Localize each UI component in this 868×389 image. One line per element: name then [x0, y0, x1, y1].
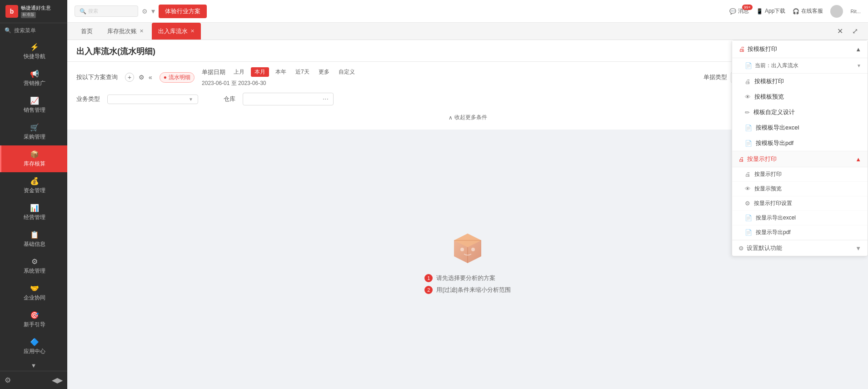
page-title: 出入库流水(流水明细) — [76, 46, 155, 57]
sidebar-item-basic[interactable]: 📋 基础信息 — [0, 226, 67, 253]
online-service-item[interactable]: 🎧 在线客服 — [793, 7, 823, 15]
date-tab-7days[interactable]: 近7天 — [293, 67, 312, 77]
panel-collapse-button[interactable]: ▲ — [855, 46, 861, 53]
date-label: 单据日期 — [202, 68, 225, 76]
date-filter-group: 单据日期 上月 本月 本年 近7天 更多 自定义 2023-06-01 至 20… — [202, 67, 358, 87]
panel-template-excel-item[interactable]: 📄 按模板导出excel — [732, 120, 868, 135]
topbar-search-icon: 🔍 — [80, 8, 86, 15]
empty-svg-icon — [445, 224, 490, 265]
empty-step-1: 1 请先选择要分析的方案 — [424, 274, 510, 282]
panel-template-preview-item[interactable]: 👁 按模板预览 — [732, 89, 868, 105]
warehouse-more-icon: ··· — [323, 95, 329, 103]
business-type-arrow-icon: ▼ — [189, 97, 193, 102]
warehouse-label: 仓库 — [224, 95, 235, 103]
display-preview-icon: 👁 — [745, 185, 751, 192]
display-section-title: 🖨 按显示打印 — [738, 155, 777, 163]
user-avatar[interactable] — [830, 5, 843, 18]
tab-bar-right: ✕ ⤢ — [834, 26, 861, 36]
sidebar-item-purchase[interactable]: 🛒 采购管理 — [0, 119, 67, 145]
marketing-icon: 📢 — [30, 70, 39, 78]
app-icon: 📱 — [756, 8, 763, 15]
filter-set-button[interactable]: ⚙ — [137, 73, 146, 82]
business-type-dropdown[interactable]: ▼ — [107, 95, 198, 104]
date-tab-this-year[interactable]: 本年 — [273, 67, 289, 77]
tab-close-all-button[interactable]: ✕ — [834, 26, 846, 36]
panel-template-pdf-item[interactable]: 📄 按模板导出pdf — [732, 135, 868, 151]
topbar-right: 💬 消息 99+ 📱 App下载 🎧 在线客服 Rit... — [729, 5, 861, 18]
svg-point-5 — [471, 248, 475, 251]
sidebar-item-system[interactable]: ⚙ 系统管理 — [0, 253, 67, 279]
display-settings-item[interactable]: ⚙ 按显示打印设置 — [732, 196, 868, 211]
topbar-gear-icon[interactable]: ⚙ — [142, 8, 148, 15]
template-icon: 📄 — [745, 62, 752, 69]
panel-title: 🖨 按模板打印 — [738, 45, 777, 53]
topbar: 🔍 搜索 ⚙ ▾ 体验行业方案 💬 消息 99+ 📱 App下载 🎧 在线客服 … — [67, 0, 868, 23]
display-excel-icon: 📄 — [745, 214, 752, 221]
sidebar-scroll-down[interactable]: ▼ — [0, 360, 67, 371]
panel-template-custom-item[interactable]: ✏ 模板自定义设计 — [732, 105, 868, 120]
sidebar-item-finance[interactable]: 💰 资金管理 — [0, 172, 67, 199]
tab-home[interactable]: 首页 — [75, 23, 99, 40]
display-excel-item[interactable]: 📄 按显示导出excel — [732, 211, 868, 225]
bottom-toggle-icon[interactable]: ◀▶ — [52, 376, 63, 384]
topbar-left: 🔍 搜索 ⚙ ▾ 体验行业方案 — [75, 5, 725, 18]
warehouse-dropdown[interactable]: ··· — [243, 93, 334, 105]
filter-add-button[interactable]: + — [125, 73, 134, 82]
content-area: 出入库流水(流水明细) 🖨 按模板打印 ▲ | ⬆ 导出 ↻ 刷新 — [67, 40, 868, 389]
sidebar-item-inventory[interactable]: 📦 库存核算 — [0, 145, 67, 172]
date-tab-last-month[interactable]: 上月 — [231, 67, 247, 77]
logo: b 畅捷通好生意 标准版 — [0, 0, 67, 23]
step-2-num: 2 — [424, 286, 433, 294]
step-1-num: 1 — [424, 274, 433, 282]
tab-expand-button[interactable]: ⤢ — [849, 26, 861, 36]
sidebar-item-sales[interactable]: 📈 销售管理 — [0, 92, 67, 119]
app-download-item[interactable]: 📱 App下载 — [756, 7, 785, 15]
filter-collapse-button[interactable]: « — [149, 74, 152, 81]
display-settings-icon: ⚙ — [745, 200, 750, 207]
bottom-settings-icon[interactable]: ⚙ — [5, 376, 11, 384]
tab-inventory-batch[interactable]: 库存批次账 ✕ — [101, 23, 150, 40]
message-icon: 💬 — [729, 8, 736, 15]
topbar-dropdown-icon[interactable]: ▾ — [151, 7, 155, 15]
date-tab-custom[interactable]: 自定义 — [336, 67, 358, 77]
svg-point-4 — [460, 248, 464, 251]
empty-illustration — [445, 224, 490, 267]
service-icon: 🎧 — [793, 8, 799, 15]
operations-icon: 📊 — [30, 204, 39, 212]
filter-tag-icon: ● — [164, 74, 167, 80]
display-section-header[interactable]: 🖨 按显示打印 ▲ — [732, 151, 868, 167]
sidebar-item-quick-nav[interactable]: ⚡ 快捷导航 — [0, 38, 67, 65]
sidebar-bottom: ⚙ ◀▶ — [0, 371, 67, 389]
panel-footer[interactable]: ⚙ 设置默认功能 ▼ — [732, 240, 868, 256]
sidebar-nav: ⚡ 快捷导航 📢 营销推广 📈 销售管理 🛒 采购管理 📦 库存核算 💰 资金管… — [0, 38, 67, 360]
sidebar-item-guide[interactable]: 🎯 新手引导 — [0, 306, 67, 333]
tab-stock-flow[interactable]: 出入库流水 ✕ — [152, 23, 201, 40]
topbar-search[interactable]: 🔍 搜索 — [75, 5, 138, 17]
sidebar-item-enterprise[interactable]: 🤝 企业协同 — [0, 279, 67, 306]
search-menu[interactable]: 🔍 搜索菜单 — [0, 23, 67, 38]
purchase-icon: 🛒 — [30, 123, 39, 132]
scroll-down-icon: ▼ — [31, 362, 37, 369]
display-preview-item[interactable]: 👁 按显示预览 — [732, 182, 868, 196]
filter-label: 按以下方案查询 — [76, 73, 118, 81]
app-center-icon: 🔷 — [30, 338, 39, 346]
date-filter-row: 单据日期 上月 本月 本年 近7天 更多 自定义 — [202, 67, 358, 77]
display-print-item[interactable]: 🖨 按显示打印 — [732, 167, 868, 182]
sidebar-item-app-center[interactable]: 🔷 应用中心 — [0, 333, 67, 360]
sidebar-item-operations[interactable]: 📊 经营管理 — [0, 199, 67, 226]
date-tab-more[interactable]: 更多 — [316, 67, 332, 77]
current-template-row[interactable]: 📄 当前：出入库流水 ▼ — [732, 58, 868, 74]
logo-text: 畅捷通好生意 标准版 — [21, 5, 51, 18]
tab-inventory-batch-close[interactable]: ✕ — [140, 28, 144, 34]
display-section-icon: 🖨 — [738, 156, 744, 163]
date-range-text: 2023-06-01 至 2023-06-30 — [202, 80, 358, 87]
tab-stock-flow-close[interactable]: ✕ — [190, 28, 195, 34]
display-pdf-item[interactable]: 📄 按显示导出pdf — [732, 225, 868, 240]
main-area: 🔍 搜索 ⚙ ▾ 体验行业方案 💬 消息 99+ 📱 App下载 🎧 在线客服 … — [67, 0, 868, 389]
panel-template-print-item[interactable]: 🖨 按模板打印 — [732, 74, 868, 89]
panel-print-icon: 🖨 — [738, 45, 745, 53]
sidebar-item-marketing[interactable]: 📢 营销推广 — [0, 65, 67, 92]
date-tab-this-month[interactable]: 本月 — [251, 67, 269, 77]
message-item[interactable]: 💬 消息 99+ — [729, 7, 749, 15]
industry-solution-button[interactable]: 体验行业方案 — [159, 5, 207, 18]
